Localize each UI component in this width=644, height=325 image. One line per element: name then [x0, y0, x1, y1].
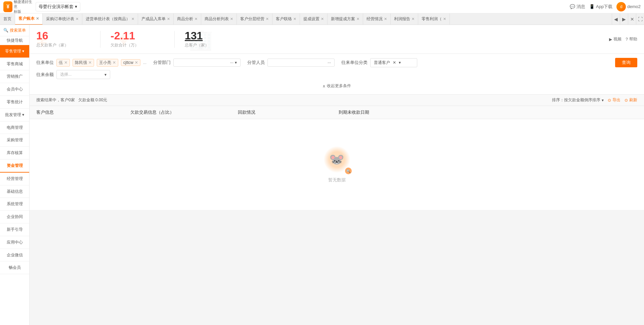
export-button[interactable]: ⊙ 导出 [608, 97, 620, 103]
tab-retail-profit[interactable]: 零售利润（ ✕ [418, 13, 450, 25]
close-tab-icon[interactable]: ✕ [293, 17, 296, 21]
chevron-down-icon: ▾ [602, 98, 604, 103]
close-tab-icon[interactable]: ✕ [356, 17, 359, 21]
tab-goods-in-stats[interactable]: 进货单统计表（按商品）✕ [82, 13, 138, 25]
remove-tag-wu[interactable]: ✕ [64, 60, 68, 65]
play-icon: ▶ [609, 37, 612, 42]
tab-profit-report[interactable]: 利润报告 ✕ [391, 13, 418, 25]
sidebar-item-stock[interactable]: 库存核算 [0, 147, 29, 159]
sidebar-item-purchase[interactable]: 采购管理 [0, 134, 29, 147]
tab-goods-analysis[interactable]: 商品分析 ✕ [174, 13, 201, 25]
filter-area: 往来单位 伍 ✕ 陈民强 ✕ 王小亮 ✕ cjttcw ✕ ... [30, 54, 644, 95]
col-due-date: 到期未收款日期 [339, 109, 637, 115]
col-repayment: 回款情况 [238, 109, 339, 115]
remove-tag-chen[interactable]: ✕ [88, 60, 92, 65]
tab-goods-analysis-list[interactable]: 商品分析列表 ✕ [201, 13, 237, 25]
avatar: d [616, 2, 626, 11]
help-icon: ? [626, 37, 628, 42]
close-tab-icon[interactable]: ✕ [443, 17, 446, 21]
remove-classify[interactable]: ✕ [393, 60, 396, 65]
sidebar-item-retail-management[interactable]: 零售管理 ▾ [0, 45, 29, 58]
tab-customer-contact[interactable]: 客户联络 ✕ [272, 13, 300, 25]
logo-area: ¥ 畅捷通好生意 标版 [3, 0, 33, 14]
user-profile[interactable]: d demo2 [616, 2, 641, 11]
tab-customer-layer[interactable]: 客户分层经营 ✕ [237, 13, 272, 25]
dept-expand-icon: ··· [230, 60, 233, 65]
sidebar-item-marketing[interactable]: 营销推广 [0, 70, 29, 83]
video-help-button[interactable]: ▶ 视频 [609, 36, 621, 42]
sidebar-item-ecommerce[interactable]: 电商管理 [0, 121, 29, 134]
col-customer-info: 客户信息 [36, 109, 130, 115]
sort-selector[interactable]: 排序：按欠款金额倒序排序 ▾ [552, 97, 604, 103]
close-tab-icon[interactable]: ✕ [167, 17, 170, 21]
remove-tag-wang[interactable]: ✕ [113, 60, 116, 65]
filter-tag-wu: 伍 ✕ [56, 59, 70, 67]
dept-selector[interactable]: ··· ▾ [173, 59, 241, 67]
sidebar-item-quick-nav[interactable]: 快捷导航 [0, 36, 29, 45]
tab-fullscreen-button[interactable]: ⛶ [636, 13, 644, 25]
remove-tag-cjttcw[interactable]: ✕ [135, 60, 138, 65]
table-header: 客户信息 欠款交易信息（占比） 回款情况 到期未收款日期 [30, 106, 644, 119]
stat-icon-debt: ✦ [114, 26, 134, 52]
chevron-down-icon: ▾ [399, 60, 401, 65]
close-tab-icon[interactable]: ✕ [412, 17, 415, 21]
sidebar-item-system[interactable]: 系统管理 [0, 198, 29, 211]
sidebar-item-basic-info[interactable]: 基础信息 [0, 185, 29, 198]
refresh-icon: ⊙ [625, 98, 628, 103]
tab-product-stock[interactable]: 产成品入库单 ✕ [138, 13, 174, 25]
collapse-filters-button[interactable]: ∧ 收起更多条件 [36, 82, 637, 90]
close-tab-icon[interactable]: ✕ [230, 17, 233, 21]
tab-prev-button[interactable]: ◀ [612, 13, 620, 25]
close-tab-icon[interactable]: ✕ [131, 17, 134, 21]
tab-operation[interactable]: 经营情况 ✕ [363, 13, 391, 25]
workspace-selector[interactable]: 母婴行业演示帐套 ▾ [36, 2, 80, 11]
tab-customer-account[interactable]: 客户账本 ✕ [15, 13, 43, 25]
filter-more-tags[interactable]: ... [143, 60, 146, 65]
sidebar-item-app-center[interactable]: 应用中心 [0, 236, 29, 249]
messages-button[interactable]: 💬 消息 [570, 4, 585, 10]
tab-add-commission[interactable]: 新增提成方案 ✕ [328, 13, 363, 25]
close-tab-icon[interactable]: ✕ [36, 16, 39, 21]
stat-icon-customers: ¥ [36, 28, 47, 50]
close-tab-icon[interactable]: ✕ [266, 17, 269, 21]
tab-home[interactable]: 首页 [0, 13, 15, 25]
sidebar-item-enterprise-wechat[interactable]: 企业微信 [0, 249, 29, 262]
close-tab-icon[interactable]: ✕ [195, 17, 198, 21]
stats-bar: ¥ 16 总欠款客户（家） ✦ -2.11 欠款合计（万） 🏢 131 [30, 25, 644, 54]
person-selector[interactable]: ··· [267, 59, 335, 67]
sidebar-item-membership[interactable]: 会员中心 [0, 83, 29, 96]
tab-commission-settings[interactable]: 提成设置 ✕ [300, 13, 328, 25]
tab-next-button[interactable]: ▶ [620, 13, 628, 25]
classify-selector[interactable]: 普通客户 ✕ ▾ [370, 58, 417, 67]
main-layout: 🔍 搜索菜单 快捷导航 零售管理 ▾ 零售商城 营销推广 会员中心 零售统计 批… [0, 25, 644, 325]
tab-close-all-button[interactable]: ✕ [628, 13, 636, 25]
table-area: 客户信息 欠款交易信息（占比） 回款情况 到期未收款日期 🐭 🔍 暂无数据 [30, 106, 644, 210]
sidebar-item-retail-stats[interactable]: 零售统计 [0, 96, 29, 109]
sidebar-item-operations[interactable]: 经营管理 [0, 173, 29, 185]
sidebar-item-finance[interactable]: 资金管理 [0, 159, 29, 173]
sidebar-item-wholesale[interactable]: 批发管理 ▾ [0, 109, 29, 121]
result-bar: 搜索结果中，客户0家 欠款金额 0.00元 排序：按欠款金额倒序排序 ▾ ⊙ 导… [30, 95, 644, 106]
sidebar-item-enterprise-collab[interactable]: 企业协同 [0, 211, 29, 223]
close-tab-icon[interactable]: ✕ [384, 17, 387, 21]
close-tab-icon[interactable]: ✕ [321, 17, 324, 21]
balance-selector[interactable]: 选择... ▾ [56, 70, 110, 79]
logo-icon: ¥ [3, 1, 12, 12]
filter-tag-chen: 陈民强 ✕ [73, 59, 94, 67]
sidebar-search[interactable]: 🔍 搜索菜单 [0, 25, 29, 36]
sidebar-item-retail-mall[interactable]: 零售商城 [0, 58, 29, 71]
filter-tag-wang: 王小亮 ✕ [97, 59, 118, 67]
refresh-button[interactable]: ⊙ 刷新 [625, 97, 637, 103]
app-download-button[interactable]: 📱 App下载 [589, 4, 612, 10]
search-button[interactable]: 查询 [615, 58, 637, 67]
close-tab-icon[interactable]: ✕ [76, 17, 79, 21]
chevron-down-icon: ▾ [75, 4, 77, 9]
top-right-actions: 💬 消息 📱 App下载 d demo2 [570, 2, 641, 11]
chevron-down-icon: ▾ [104, 72, 106, 77]
filter-label-unit: 往来单位 [36, 60, 54, 66]
help-button[interactable]: ? 帮助 [626, 36, 637, 42]
tab-purchase-order-stats[interactable]: 采购订单统计表 ✕ [43, 13, 82, 25]
sidebar-item-membership-plus[interactable]: 畅会员 [0, 261, 29, 274]
sidebar-item-beginner-guide[interactable]: 新手引导 [0, 223, 29, 236]
stat-total-customers: ¥ 16 总欠款客户（家） [36, 30, 90, 48]
